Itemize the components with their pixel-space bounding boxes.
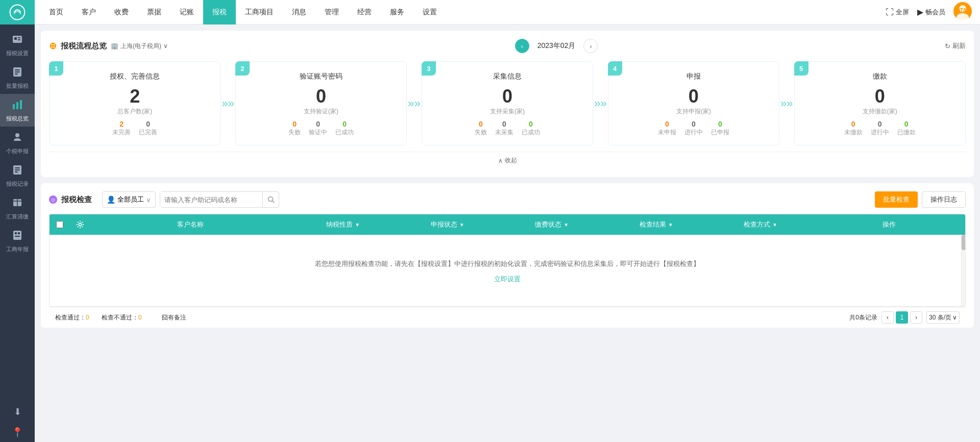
scrollbar-thumb[interactable] [962,235,966,250]
sidebar-item-download[interactable]: ⬇ [0,401,35,422]
svg-rect-6 [14,37,17,40]
step-stat-num-2-1: 0 [316,120,320,128]
step-title-4: 申报 [617,70,771,81]
location-tag[interactable]: 🏢 上海(电子税局) ∨ [111,42,168,51]
flow-step-3: 3 采集信息 0 支持采集(家) 0 失败 0 未采集 [422,61,593,145]
personal-tax-icon [12,132,23,145]
fail-count[interactable]: 0 [138,314,142,321]
step-stat-num-3-0: 0 [479,120,483,128]
pass-count[interactable]: 0 [86,314,89,321]
svg-rect-15 [20,100,22,109]
step-stats-4: 0 未申报 0 进行中 0 已申报 [617,120,771,137]
sidebar-item-tax-record[interactable]: 报税记录 [0,159,35,192]
employee-filter[interactable]: 👤 全部员工 ∨ [102,191,156,208]
settlement-icon [12,197,23,211]
step-sub-3: 支持采集(家) [430,107,584,116]
nav-service[interactable]: 服务 [381,0,413,24]
nav-customer[interactable]: 客户 [72,0,105,24]
table-header: 客户名称 纳税性质 ▼ 申报状态 ▼ 缴费状态 ▼ 检查结果 [50,214,965,235]
nav-accounting[interactable]: 记账 [170,0,203,24]
date-next-btn[interactable]: › [583,39,598,53]
nav-fee[interactable]: 收费 [105,0,138,24]
search-button[interactable] [262,192,279,207]
setup-link[interactable]: 立即设置 [494,275,521,284]
page-1-btn[interactable]: 1 [896,311,908,324]
avatar-icon: iTA [953,2,972,20]
flow-step-4: 4 申报 0 支持申报(家) 0 未申报 0 进行中 [608,61,779,145]
sidebar-item-settlement[interactable]: 汇算清缴 [0,192,35,225]
svg-point-16 [15,133,19,137]
svg-line-29 [272,201,274,203]
collapse-btn[interactable]: ∧ 收起 [49,152,966,169]
date-prev-btn[interactable]: ‹ [515,39,529,53]
plus-icon: ⊕ [49,40,57,52]
sidebar-item-annual-report[interactable]: 工商年报 [0,225,35,257]
sidebar-label-batch-tax: 批量报税 [6,82,29,90]
sidebar-label-tax-overview: 报税总览 [6,115,29,122]
settings-icon [76,220,84,229]
sidebar-item-tax-settings[interactable]: 报税设置 [0,29,35,61]
table-footer: 检查通过：0 检查不通过：0 囧有备注 共0条记录 ‹ 1 › 30 条 [49,307,966,328]
page-size-selector[interactable]: 30 条/页 ∨ [926,311,960,324]
step-stat-label-4-2: 已申报 [711,128,729,137]
filter-icon-pay[interactable]: ▼ [564,222,569,228]
nav-business[interactable]: 工商项目 [236,0,283,24]
filter-group: 👤 全部员工 ∨ [102,191,871,208]
refresh-label: 刷新 [952,41,966,51]
sidebar-label-settlement: 汇算清缴 [6,213,29,220]
search-input[interactable] [160,192,262,207]
step-stat-5-2: 0 已缴款 [897,120,916,137]
svg-rect-26 [18,232,20,234]
scrollbar-track[interactable] [961,235,965,306]
filter-icon-method[interactable]: ▼ [772,222,777,228]
table-body: 若您想使用报税检查功能，请先在【报税设置】中进行报税的初始化设置，完成密码验证和… [50,235,965,306]
vip-btn[interactable]: ▶ 畅会员 [917,7,945,17]
nav-message[interactable]: 消息 [283,0,315,24]
step-stat-1-1: 0 已完善 [139,120,157,137]
th-customer-name: 客户名称 [90,220,291,229]
step-title-5: 缴款 [803,70,957,81]
sidebar-item-location[interactable]: 📍 [0,422,35,442]
th-checkbox [50,221,70,228]
filter-icon-report[interactable]: ▼ [459,222,464,228]
sidebar-label-personal-tax: 个税申报 [6,148,29,155]
step-stat-label-5-1: 进行中 [871,128,889,137]
header-checkbox[interactable] [56,221,63,228]
step-bignum-1: 2 [58,85,212,107]
nav-home[interactable]: 首页 [40,0,72,24]
page-size-value: 30 条/页 [929,313,951,322]
page-prev-btn[interactable]: ‹ [881,311,894,324]
arrow-4-5: »» [779,97,794,110]
batch-check-button[interactable]: 批量检查 [875,191,918,208]
nav-manage[interactable]: 管理 [315,0,348,24]
operation-log-button[interactable]: 操作日志 [922,191,966,208]
nav-tax[interactable]: 报税 [203,0,236,24]
th-action: 操作 [813,220,965,229]
svg-rect-20 [15,171,18,173]
empty-hint-text: 若您想使用报税检查功能，请先在【报税设置】中进行报税的初始化设置，完成密码验证和… [315,257,700,271]
step-num-3: 3 [422,61,436,76]
nav-operation[interactable]: 经营 [348,0,381,24]
filter-icon-result[interactable]: ▼ [668,222,673,228]
page-next-btn[interactable]: › [910,311,922,324]
th-check-result: 检查结果 ▼ [604,220,708,229]
step-stat-label-1-0: 未完善 [112,128,131,137]
refresh-btn[interactable]: ↻ 刷新 [945,41,966,51]
sidebar-item-tax-overview[interactable]: 报税总览 [0,94,35,127]
tax-check-header: ⊙ 报税检查 👤 全部员工 ∨ [49,191,966,208]
flow-step-5: 5 缴款 0 支持缴款(家) 0 未缴款 0 进行中 [794,61,966,145]
fullscreen-btn[interactable]: ⛶ 全屏 [886,8,909,17]
pagination: ‹ 1 › [881,311,922,324]
svg-rect-13 [13,104,15,109]
filter-icon-tax[interactable]: ▼ [355,222,360,228]
avatar[interactable]: iTA [953,2,972,22]
sidebar-item-batch-tax[interactable]: 批量报税 [0,61,35,94]
arrow-1-2: »» [220,97,235,110]
step-stat-4-1: 0 进行中 [684,120,703,137]
step-bignum-4: 0 [617,85,771,107]
nav-settings[interactable]: 设置 [413,0,446,24]
step-title-3: 采集信息 [430,70,584,81]
nav-ticket[interactable]: 票据 [138,0,170,24]
step-stat-num-3-1: 0 [502,120,506,128]
sidebar-item-personal-tax[interactable]: 个税申报 [0,127,35,159]
